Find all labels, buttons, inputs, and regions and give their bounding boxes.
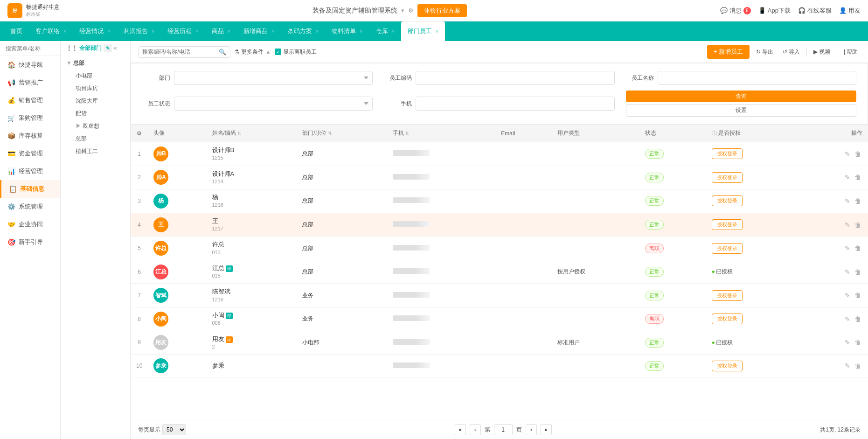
edit-btn[interactable]: ✎ <box>845 174 850 181</box>
more-filter-btn[interactable]: ⚗ 更多条件 ▲ <box>234 48 271 56</box>
tab-home[interactable]: 首页 <box>4 21 29 41</box>
dropdown-arrow-icon[interactable]: ▾ <box>401 7 404 14</box>
user-btn[interactable]: 👤 用友 <box>839 7 861 15</box>
th-settings[interactable]: ⚙ <box>131 125 148 142</box>
edit-btn[interactable]: ✎ <box>845 150 850 158</box>
dept-item-head[interactable]: ▼ 总部 <box>61 57 130 70</box>
sort-dept-icon[interactable]: ⇅ <box>328 131 332 136</box>
status-select[interactable] <box>174 97 373 111</box>
sidebar-item-collab[interactable]: 🤝 企业协同 <box>0 216 60 233</box>
sidebar-item-sales[interactable]: 💰 销售管理 <box>0 91 60 109</box>
sidebar-item-system[interactable]: ⚙️ 系统管理 <box>0 198 60 216</box>
show-resigned-toggle[interactable]: ✓ 显示离职员工 <box>275 48 317 56</box>
all-dept-header[interactable]: ⋮⋮ 全部部门 ✎ « <box>61 41 130 55</box>
sort-name-icon[interactable]: ⇅ <box>237 131 241 136</box>
sidebar-item-management[interactable]: 📊 经营管理 <box>0 162 60 180</box>
delete-btn[interactable]: 🗑 <box>854 244 861 252</box>
tab-journey[interactable]: 经营历程 × <box>161 21 205 41</box>
th-dept[interactable]: 部门/职位 ⇅ <box>297 125 387 142</box>
next-page-btn[interactable]: › <box>526 424 537 435</box>
th-phone[interactable]: 手机 ⇅ <box>387 125 495 142</box>
tab-profit[interactable]: 利润报告 × <box>117 21 161 41</box>
tab-dept-employee[interactable]: 部门员工 × <box>401 21 445 41</box>
search-employee-input[interactable] <box>142 49 217 55</box>
close-icon[interactable]: × <box>436 28 438 34</box>
delete-btn[interactable]: 🗑 <box>854 150 861 158</box>
delete-btn[interactable]: 🗑 <box>854 362 861 369</box>
import-btn[interactable]: ↺ 导入 <box>780 46 803 58</box>
delete-btn[interactable]: 🗑 <box>854 339 861 346</box>
dept-item-xiaodian[interactable]: 小电部 <box>66 70 130 82</box>
auth-login-btn[interactable]: 授权登录 <box>712 148 743 159</box>
edit-btn[interactable]: ✎ <box>845 244 850 252</box>
delete-btn[interactable]: 🗑 <box>854 174 861 181</box>
delete-btn[interactable]: 🗑 <box>854 292 861 299</box>
sidebar-item-guide[interactable]: 🎯 新手引导 <box>0 233 60 251</box>
emp-name-input[interactable] <box>658 71 856 85</box>
auth-login-btn[interactable]: 授权登录 <box>712 195 743 206</box>
edit-btn[interactable]: ✎ <box>845 339 850 346</box>
sidebar-item-purchase[interactable]: 🛒 采购管理 <box>0 109 60 127</box>
auth-login-btn[interactable]: 授权登录 <box>712 172 743 183</box>
query-btn[interactable]: 查询 <box>626 91 856 102</box>
dept-item-project[interactable]: 项目库房 <box>66 82 130 95</box>
close-icon[interactable]: × <box>195 28 198 34</box>
search-menu-input[interactable] <box>6 45 61 52</box>
auth-login-btn[interactable]: 授权登录 <box>712 243 743 254</box>
dept-item-distribution[interactable]: 配货 <box>66 107 130 120</box>
tab-barcode[interactable]: 条码方案 × <box>281 21 325 41</box>
tab-new-goods[interactable]: 新增商品 × <box>237 21 281 41</box>
auth-login-btn[interactable]: 授权登录 <box>712 290 743 301</box>
edit-btn[interactable]: ✎ <box>845 268 850 276</box>
close-icon[interactable]: × <box>392 28 395 34</box>
edit-btn[interactable]: ✎ <box>845 315 850 323</box>
view-btn[interactable]: ▶ 视频 <box>811 46 833 58</box>
close-icon[interactable]: × <box>271 28 274 34</box>
dept-item-shuangxu[interactable]: ▶ 双虚想 <box>66 120 130 132</box>
auth-login-btn[interactable]: 授权登录 <box>712 314 743 324</box>
auth-login-btn[interactable]: 授权登录 <box>712 361 743 371</box>
auth-login-btn[interactable]: 授权登录 <box>712 219 743 230</box>
prev-page-btn[interactable]: ‹ <box>470 424 481 435</box>
dept-item-zongbu[interactable]: 总部 <box>66 132 130 145</box>
sidebar-item-marketing[interactable]: 📢 营销推广 <box>0 74 60 91</box>
export-btn[interactable]: ↻ 导出 <box>753 46 776 58</box>
message-btn[interactable]: 💬 消息 6 <box>720 7 751 15</box>
edit-btn[interactable]: ✎ <box>845 221 850 229</box>
online-service-btn[interactable]: 🎧 在线客服 <box>798 7 832 15</box>
delete-btn[interactable]: 🗑 <box>854 197 861 205</box>
delete-btn[interactable]: 🗑 <box>854 221 861 229</box>
edit-btn[interactable]: ✎ <box>845 292 850 299</box>
edit-btn[interactable]: ✎ <box>845 362 850 369</box>
page-input[interactable] <box>494 424 513 435</box>
edit-btn[interactable]: ✎ <box>845 197 850 205</box>
dept-item-zhishu[interactable]: 植树王二 <box>66 145 130 158</box>
sidebar-item-inventory[interactable]: 📦 库存核算 <box>0 127 60 145</box>
sidebar-item-basic[interactable]: 📋 基础信息 <box>0 180 60 198</box>
delete-btn[interactable]: 🗑 <box>854 268 861 276</box>
tab-bom[interactable]: 物料清单 × <box>325 21 369 41</box>
gear-icon[interactable]: ⚙ <box>408 7 414 14</box>
phone-input[interactable] <box>416 97 614 111</box>
per-page-select[interactable]: 50 100 <box>162 424 186 435</box>
dept-select[interactable] <box>174 71 373 85</box>
add-employee-btn[interactable]: + 新增员工 <box>707 45 750 59</box>
first-page-btn[interactable]: « <box>455 424 466 435</box>
delete-btn[interactable]: 🗑 <box>854 315 861 323</box>
close-icon[interactable]: × <box>316 28 319 34</box>
close-icon[interactable]: × <box>360 28 362 34</box>
tab-operation[interactable]: 经营情况 × <box>73 21 117 41</box>
sidebar-item-quicknav[interactable]: 🏠 快捷导航 <box>0 56 60 74</box>
tab-goods[interactable]: 商品 × <box>205 21 237 41</box>
reset-btn[interactable]: 设置 <box>626 104 856 117</box>
close-icon[interactable]: × <box>63 28 66 34</box>
tab-warehouse[interactable]: 仓库 × <box>369 21 401 41</box>
sidebar-item-finance[interactable]: 💳 资金管理 <box>0 145 60 162</box>
dept-item-shenyang[interactable]: 沈阳大库 <box>66 95 130 107</box>
tab-customer[interactable]: 客户联络 × <box>29 21 73 41</box>
dept-edit-btn[interactable]: ✎ <box>104 44 112 52</box>
app-download-btn[interactable]: 📱 App下载 <box>758 7 791 15</box>
dept-collapse-btn[interactable]: « <box>114 45 117 51</box>
close-icon[interactable]: × <box>152 28 154 34</box>
sort-phone-icon[interactable]: ⇅ <box>405 131 409 136</box>
